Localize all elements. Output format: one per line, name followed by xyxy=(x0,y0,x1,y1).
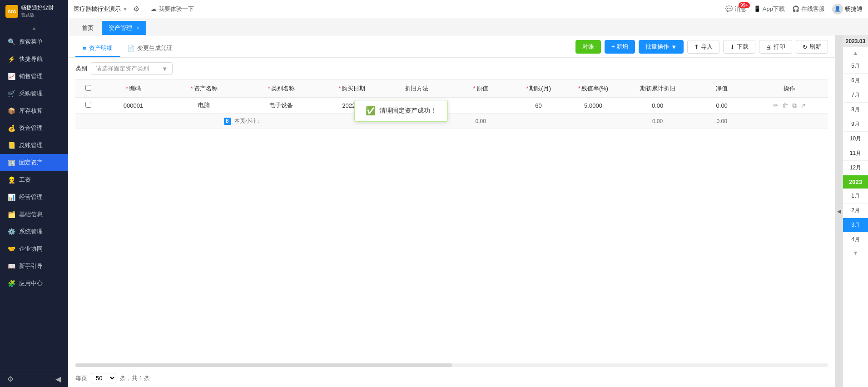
logo-title: 畅捷通好业财 xyxy=(21,5,54,12)
month-5[interactable]: 5月 xyxy=(843,59,868,74)
messages-btn[interactable]: 💬 消息 99+ xyxy=(725,5,746,13)
enterprise-icon: 🤝 xyxy=(7,245,15,253)
copy-icon[interactable]: ⧉ xyxy=(792,102,797,109)
month-7[interactable]: 7月 xyxy=(843,88,868,103)
company-name: 医疗器械行业演示 xyxy=(74,5,121,13)
scroll-up-arrow[interactable]: ▲ xyxy=(843,47,868,59)
batch-btn[interactable]: 批量操作 ▼ xyxy=(639,40,684,54)
online-service-btn[interactable]: 🎧 在线客服 xyxy=(792,5,825,13)
more-icon[interactable]: ↗ xyxy=(800,102,806,109)
month-8[interactable]: 8月 xyxy=(843,103,868,117)
import-icon: ⬆ xyxy=(694,44,699,50)
month-1[interactable]: 1月 xyxy=(843,189,868,203)
subtotal-net: 0.00 xyxy=(693,114,750,129)
sidebar-item-guide[interactable]: 📖 新手引导 xyxy=(0,258,68,275)
content-main: ≡ 资产明细 📄 变更生成凭证 对账 + 新增 批量操作 xyxy=(68,35,835,387)
category-dropdown-icon: ▼ xyxy=(162,65,168,72)
month-2[interactable]: 2月 xyxy=(843,203,868,218)
logo-subtitle: 普及版 xyxy=(21,12,54,18)
sidebar-item-fixed-assets[interactable]: 🏢 固定资产 xyxy=(0,154,68,171)
month-11[interactable]: 11月 xyxy=(843,146,868,161)
print-btn[interactable]: 🖨 打印 xyxy=(759,40,792,54)
month-10[interactable]: 10月 xyxy=(843,132,868,146)
success-checkmark-icon: ✅ xyxy=(366,106,376,116)
sidebar-item-management[interactable]: 📊 经营管理 xyxy=(0,189,68,206)
row-residual-rate: 5.0000 xyxy=(564,98,622,114)
month-3-current[interactable]: 3月 xyxy=(843,218,868,233)
year-header: 2023.03 xyxy=(843,35,868,47)
scroll-down-arrow[interactable]: ▼ xyxy=(843,247,868,259)
panel-collapse-btn[interactable]: ◀ xyxy=(835,35,843,387)
reconcile-btn[interactable]: 对账 xyxy=(575,40,601,54)
sidebar-item-ledger[interactable]: 📒 总账管理 xyxy=(0,137,68,154)
apps-icon: 🧩 xyxy=(7,280,15,287)
month-9[interactable]: 9月 xyxy=(843,117,868,132)
app-download-btn[interactable]: 📱 App下载 xyxy=(754,5,785,13)
ledger-icon: 📒 xyxy=(7,142,15,149)
subtab-bar: ≡ 资产明细 📄 变更生成凭证 对账 + 新增 批量操作 xyxy=(68,35,835,58)
download-icon: 📱 xyxy=(754,5,761,12)
row-category: 电子设备 xyxy=(243,98,320,114)
subtab-generate-voucher[interactable]: 📄 变更生成凭证 xyxy=(120,40,180,57)
sidebar-item-quick-nav[interactable]: ⚡ 快捷导航 xyxy=(0,50,68,68)
sidebar-item-payroll[interactable]: 👷 工资 xyxy=(0,171,68,189)
lightning-icon: ⚡ xyxy=(7,55,15,63)
row-checkbox-cell xyxy=(75,98,101,114)
search-icon: 🔍 xyxy=(7,38,15,45)
year-2023-label[interactable]: 2023 xyxy=(843,175,868,189)
month-12[interactable]: 12月 xyxy=(843,161,868,175)
scroll-thumb[interactable] xyxy=(75,363,452,367)
month-4[interactable]: 4月 xyxy=(843,233,868,247)
sidebar-item-finance[interactable]: 💰 资金管理 xyxy=(0,119,68,137)
success-message: 清理固定资产成功！ xyxy=(379,107,436,115)
new-btn[interactable]: + 新增 xyxy=(605,40,635,54)
horizontal-scrollbar[interactable] xyxy=(75,363,828,367)
category-select[interactable]: 请选择固定资产类别 ▼ xyxy=(91,62,173,75)
tab-home[interactable]: 首页 xyxy=(75,21,100,35)
sidebar-item-system[interactable]: ⚙️ 系统管理 xyxy=(0,223,68,240)
guide-icon: 📖 xyxy=(7,263,15,270)
col-value-header: *原值 xyxy=(448,80,513,98)
row-checkbox[interactable] xyxy=(85,102,91,108)
user-menu[interactable]: 👤 畅捷通 xyxy=(832,4,863,15)
sidebar-item-enterprise[interactable]: 🤝 企业协同 xyxy=(0,240,68,258)
fixed-assets-icon: 🏢 xyxy=(7,159,15,166)
sidebar-item-purchase[interactable]: 🛒 采购管理 xyxy=(0,85,68,102)
sidebar-item-base-info[interactable]: 🗂️ 基础信息 xyxy=(0,206,68,223)
collapse-icon[interactable]: ◀ xyxy=(55,375,61,383)
download-btn[interactable]: ⬇ 下载 xyxy=(723,40,755,54)
sidebar-item-inventory[interactable]: 📦 库存核算 xyxy=(0,102,68,119)
subtotal-empty-checkbox xyxy=(75,114,101,129)
refresh-btn[interactable]: ↻ 刷新 xyxy=(796,40,828,54)
company-selector[interactable]: 医疗器械行业演示 ▼ xyxy=(74,5,128,13)
sidebar-item-search[interactable]: 🔍 搜索菜单 xyxy=(0,33,68,50)
row-opening-accum: 0.00 xyxy=(622,98,693,114)
month-6[interactable]: 6月 xyxy=(843,74,868,88)
row-net-value: 0.00 xyxy=(693,98,750,114)
sidebar-scroll-up[interactable]: ▲ xyxy=(0,23,68,33)
topbar-divider xyxy=(145,5,145,14)
content-area: ≡ 资产明细 📄 变更生成凭证 对账 + 新增 批量操作 xyxy=(68,35,868,387)
col-name-header: *资产名称 xyxy=(165,80,243,98)
subtab-assets-detail[interactable]: ≡ 资产明细 xyxy=(75,40,120,57)
topbar-settings-icon[interactable]: ⚙ xyxy=(133,5,139,13)
subtotal-period xyxy=(513,114,564,129)
voucher-icon: 📄 xyxy=(127,45,134,52)
col-action-header: 操作 xyxy=(751,80,828,98)
import-btn[interactable]: ⬆ 导入 xyxy=(687,40,719,54)
sidebar: AtA 畅捷通好业财 普及版 ▲ 🔍 搜索菜单 ⚡ 快捷导航 📈 销售管理 🛒 … xyxy=(0,0,68,387)
sidebar-item-apps[interactable]: 🧩 应用中心 xyxy=(0,275,68,292)
delete-icon[interactable]: 🗑 xyxy=(782,102,789,109)
sidebar-item-sales[interactable]: 📈 销售管理 xyxy=(0,68,68,85)
page-size-select[interactable]: 50 100 200 xyxy=(91,373,116,383)
topbar-right: 💬 消息 99+ 📱 App下载 🎧 在线客服 👤 畅捷通 xyxy=(725,4,863,15)
edit-icon[interactable]: ✏ xyxy=(773,102,779,109)
sidebar-nav: 🔍 搜索菜单 ⚡ 快捷导航 📈 销售管理 🛒 采购管理 📦 库存核算 💰 资金管… xyxy=(0,33,68,371)
subtotal-row: B 本页小计： 0.00 0.00 0.00 xyxy=(75,114,828,129)
tabbar: 首页 资产管理 × xyxy=(68,18,868,35)
experience-btn[interactable]: ☁ 我要体验一下 xyxy=(151,5,194,13)
select-all-checkbox[interactable] xyxy=(85,85,91,91)
tab-close-btn[interactable]: × xyxy=(137,25,139,31)
settings-icon[interactable]: ⚙ xyxy=(7,375,14,383)
tab-asset-management[interactable]: 资产管理 × xyxy=(102,21,146,35)
